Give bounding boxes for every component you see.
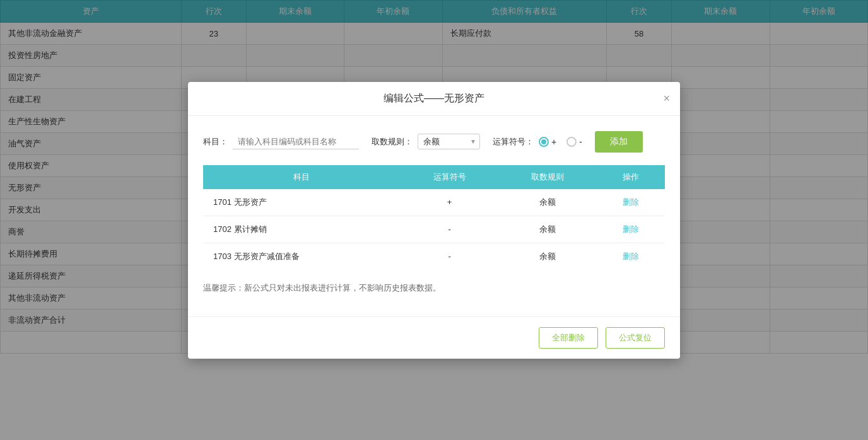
modal-header: 编辑公式——无形资产 × <box>188 82 680 116</box>
rule-cell: 余额 <box>499 216 597 243</box>
delete-link[interactable]: 删除 <box>623 224 639 234</box>
action-cell: 删除 <box>597 189 665 216</box>
edit-formula-modal: 编辑公式——无形资产 × 科目： 取数规则： 余额 借方 贷方 <box>188 82 680 359</box>
delete-link[interactable]: 删除 <box>623 197 639 207</box>
modal-overlay: 编辑公式——无形资产 × 科目： 取数规则： 余额 借方 贷方 <box>0 0 868 440</box>
action-cell: 删除 <box>597 243 665 270</box>
rule-cell: 余额 <box>499 243 597 270</box>
operator-group: 运算符号： + - <box>493 136 582 148</box>
warning-text: 温馨提示：新公式只对未出报表进行计算，不影响历史报表数据。 <box>203 282 665 294</box>
table-row: 1702 累计摊销-余额删除 <box>203 216 665 243</box>
close-button[interactable]: × <box>663 93 670 104</box>
radio-minus-label: - <box>579 137 582 147</box>
rule-select[interactable]: 余额 借方 贷方 借方发生额 贷方发生额 <box>418 134 480 149</box>
subject-cell: 1701 无形资产 <box>203 189 401 216</box>
radio-plus-circle <box>539 137 549 147</box>
table-row: 1701 无形资产+余额删除 <box>203 189 665 216</box>
reset-button[interactable]: 公式复位 <box>606 327 665 349</box>
rule-cell: 余额 <box>499 189 597 216</box>
operator-label: 运算符号： <box>493 136 534 148</box>
subject-group: 科目： <box>203 134 359 149</box>
subject-cell: 1703 无形资产减值准备 <box>203 243 401 270</box>
action-cell: 删除 <box>597 216 665 243</box>
modal-title: 编辑公式——无形资产 <box>384 92 484 105</box>
radio-minus-circle <box>566 137 577 147</box>
form-row: 科目： 取数规则： 余额 借方 贷方 借方发生额 贷方发生额 ▼ <box>203 131 665 153</box>
radio-group: + - <box>539 137 582 147</box>
subject-label: 科目： <box>203 136 228 148</box>
rule-label: 取数规则： <box>372 136 413 148</box>
delete-all-button[interactable]: 全部删除 <box>539 327 598 349</box>
operator-cell: - <box>401 243 499 270</box>
modal-body: 科目： 取数规则： 余额 借方 贷方 借方发生额 贷方发生额 ▼ <box>188 116 680 316</box>
radio-minus[interactable]: - <box>566 137 582 147</box>
formula-table: 科目运算符号取数规则操作 1701 无形资产+余额删除1702 累计摊销-余额删… <box>203 165 665 270</box>
radio-plus[interactable]: + <box>539 137 556 147</box>
rule-group: 取数规则： 余额 借方 贷方 借方发生额 贷方发生额 ▼ <box>372 134 480 149</box>
delete-link[interactable]: 删除 <box>623 252 639 261</box>
subject-input[interactable] <box>233 134 359 149</box>
operator-cell: - <box>401 216 499 243</box>
modal-footer: 全部删除 公式复位 <box>188 316 680 359</box>
operator-cell: + <box>401 189 499 216</box>
rule-select-wrapper: 余额 借方 贷方 借方发生额 贷方发生额 ▼ <box>418 134 480 149</box>
subject-cell: 1702 累计摊销 <box>203 216 401 243</box>
add-button[interactable]: 添加 <box>595 131 643 153</box>
table-row: 1703 无形资产减值准备-余额删除 <box>203 243 665 270</box>
radio-plus-label: + <box>551 137 556 147</box>
